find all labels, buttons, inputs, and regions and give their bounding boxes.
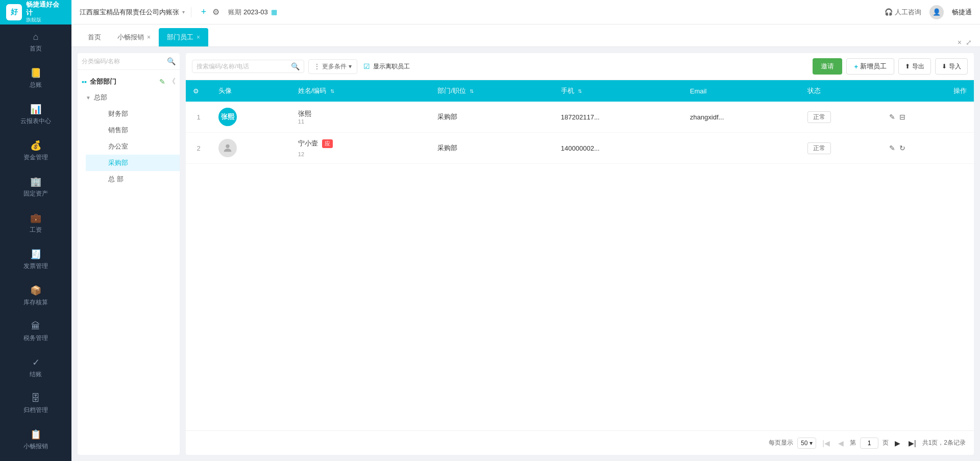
sidebar-item-home[interactable]: ⌂ 首页 (0, 25, 71, 60)
col-phone[interactable]: 手机 ⇅ (554, 80, 683, 102)
sidebar-item-label: 总账 (30, 81, 42, 89)
add-employee-button[interactable]: + 新增员工 (846, 58, 894, 75)
settings-icon[interactable]: ⚙ (193, 87, 199, 95)
avatar-grey (218, 139, 237, 157)
col-status: 状态 (800, 80, 882, 102)
settings-icon[interactable]: ⚙ (210, 6, 222, 18)
per-page-arrow: ▾ (810, 440, 813, 447)
tab-home-label: 首页 (88, 33, 101, 42)
dept-root-label: 全部部门 (90, 77, 156, 86)
employee-name: 宁小壹 (298, 139, 318, 148)
search-icon[interactable]: 🔍 (167, 57, 176, 65)
user-name[interactable]: 畅捷通 (952, 8, 972, 17)
dept-node-bangongshi[interactable]: 办公室 (86, 138, 180, 155)
toolbar-right: 邀请 + 新增员工 ⬆ 导出 ⬇ 导入 (813, 58, 968, 75)
company-selector[interactable]: 江西服宝精品有限责任公司内账张 ▾ (80, 8, 185, 17)
import-icon: ⬇ (942, 63, 947, 70)
refresh-icon[interactable]: ↻ (899, 144, 905, 152)
dept-search-input[interactable] (82, 58, 165, 65)
inventory-icon: 📦 (30, 285, 41, 296)
tab-expense-close[interactable]: × (147, 34, 151, 41)
row-name-code: 宁小壹 应 12 (291, 133, 430, 164)
total-info: 共1页，2条记录 (922, 439, 966, 447)
calendar-icon[interactable]: ▦ (271, 8, 277, 16)
tab-dept-close[interactable]: × (197, 34, 200, 41)
dept-node-zongbu[interactable]: ▼ 总部 (78, 89, 180, 106)
tab-close-all-icon[interactable]: × (958, 38, 962, 46)
tab-dept-employee[interactable]: 部门员工 × (159, 28, 208, 46)
per-page-value: 50 (801, 440, 807, 447)
show-resigned-toggle[interactable]: ☑ 显示离职员工 (363, 62, 410, 71)
tab-home[interactable]: 首页 (80, 28, 109, 46)
top-header: 好 畅捷通好会计 旗舰版 江西服宝精品有限责任公司内账张 ▾ + ⚙ 账期 20… (0, 0, 980, 25)
sidebar-item-checkout[interactable]: ✓ 结账 (0, 350, 71, 386)
col-dept-role[interactable]: 部门/职位 ⇅ (430, 80, 554, 102)
sidebar-item-label: 资金管理 (23, 153, 48, 162)
filter-button[interactable]: ⋮ 更多条件 ▾ (308, 59, 357, 74)
page-number-input[interactable] (860, 438, 878, 449)
home-icon: ⌂ (33, 32, 39, 42)
logo-icon: 好 (6, 4, 22, 20)
sidebar-item-inventory[interactable]: 📦 库存核算 (0, 278, 71, 314)
sort-icon: ⇅ (330, 88, 334, 94)
sidebar-item-label: 库存核算 (23, 298, 48, 307)
tab-expense[interactable]: 小畅报销 × (109, 28, 159, 46)
per-page-select[interactable]: 50 ▾ (797, 438, 816, 449)
tab-dept-employee-label: 部门员工 (167, 33, 193, 42)
service-button[interactable]: 🎧 人工咨询 (885, 8, 921, 17)
col-name-code[interactable]: 姓名/编码 ⇅ (291, 80, 430, 102)
sidebar-item-invoice[interactable]: 🧾 发票管理 (0, 241, 71, 278)
dept-node-zongbu2[interactable]: 总 部 (86, 171, 180, 187)
dept-expand-icon: ▼ (86, 95, 91, 101)
svg-point-0 (226, 144, 229, 148)
sidebar-item-label: 小畅报销 (23, 442, 48, 451)
checkbox-icon: ☑ (363, 62, 370, 70)
employee-code: 11 (298, 118, 423, 125)
sidebar-item-label: 工资 (30, 226, 42, 234)
row-dept: 采购部 (430, 102, 554, 133)
tabs-right: × ⤢ (958, 38, 972, 46)
add-company-button[interactable]: + (198, 6, 210, 18)
next-page-button[interactable]: ▶ (893, 438, 902, 448)
row-name-code: 张熙 11 (291, 102, 430, 133)
first-page-button[interactable]: |◀ (820, 438, 832, 448)
sidebar-item-assets[interactable]: 🏢 固定资产 (0, 169, 71, 205)
sidebar-item-ledger[interactable]: 📒 总账 (0, 60, 71, 96)
dept-node-caiwubu[interactable]: 财务部 (86, 106, 180, 122)
sidebar-item-settings[interactable]: ⚙ 基础设置 (0, 458, 71, 461)
sidebar-item-archive[interactable]: 🗄 归档管理 (0, 386, 71, 422)
edit-icon[interactable]: ✎ (889, 113, 895, 121)
dept-edit-icon[interactable]: ✎ (159, 78, 165, 86)
col-action: 操作 (882, 80, 974, 102)
sidebar-item-reports[interactable]: 📊 云报表中心 (0, 96, 71, 133)
sidebar-item-expense[interactable]: 📋 小畅报销 (0, 422, 71, 458)
dept-node-xiaoshoubu[interactable]: 销售部 (86, 122, 180, 138)
dept-node-caigoubu[interactable]: 采购部 (86, 155, 180, 171)
dept-root[interactable]: ▪▪ 全部部门 ✎ 《 (78, 74, 180, 89)
sidebar-item-payroll[interactable]: 💼 工资 (0, 205, 71, 241)
emp-toolbar: 🔍 ⋮ 更多条件 ▾ ☑ 显示离职员工 邀请 + (186, 53, 974, 80)
page-text-label: 第 (850, 439, 856, 447)
status-badge: 正常 (807, 111, 831, 123)
sidebar-item-label: 固定资产 (23, 189, 48, 198)
row-email (683, 133, 800, 164)
row-email: zhangxidf... (683, 102, 800, 133)
prev-page-button[interactable]: ◀ (836, 438, 846, 448)
sort-icon: ⇅ (578, 88, 582, 94)
sidebar-item-tax[interactable]: 🏛 税务管理 (0, 314, 71, 350)
export-button[interactable]: ⬆ 导出 (898, 58, 931, 75)
invite-button[interactable]: 邀请 (813, 58, 842, 75)
dept-collapse-icon[interactable]: 《 (168, 77, 176, 86)
plus-icon: + (854, 63, 858, 70)
edit-icon[interactable]: ✎ (889, 144, 895, 152)
tab-expand-icon[interactable]: ⤢ (966, 38, 972, 46)
sidebar-item-funds[interactable]: 💰 资金管理 (0, 133, 71, 169)
row-avatar (211, 133, 291, 164)
employee-search-input[interactable] (197, 63, 289, 70)
show-resigned-label: 显示离职员工 (373, 62, 410, 71)
import-button[interactable]: ⬇ 导入 (935, 58, 968, 75)
col-settings[interactable]: ⚙ (186, 80, 211, 102)
last-page-button[interactable]: ▶| (906, 438, 918, 448)
logout-icon[interactable]: ⊟ (899, 113, 905, 121)
search-icon[interactable]: 🔍 (291, 62, 300, 70)
